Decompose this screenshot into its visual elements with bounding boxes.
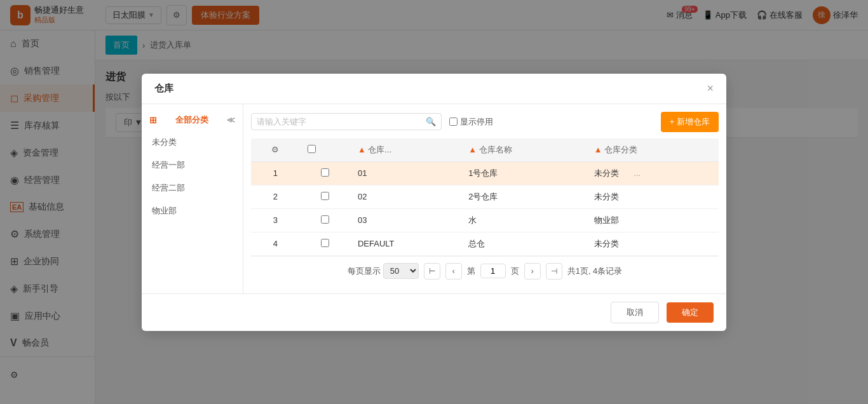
table-row[interactable]: 2 02 2号仓库 未分类 [251, 185, 719, 208]
table-container: ⚙ ▲ 仓库... ▲ [251, 138, 719, 256]
td-code: 02 [350, 185, 461, 208]
last-page-button[interactable]: ⊣ [546, 263, 562, 279]
td-index: 2 [251, 185, 300, 208]
search-input[interactable] [257, 117, 426, 126]
sort-icon-name: ▲ [468, 145, 477, 154]
modal-footer: 取消 确定 [142, 293, 726, 331]
category-grid-icon: ⊞ [149, 115, 157, 125]
td-name: 1号仓库 [461, 161, 587, 185]
category-item-2[interactable]: 经营二部 [142, 177, 243, 199]
next-page-button[interactable]: › [524, 263, 541, 279]
show-disabled-label: 显示停用 [449, 116, 493, 128]
cancel-button[interactable]: 取消 [611, 302, 659, 323]
select-all-checkbox[interactable] [308, 145, 316, 153]
td-checkbox [300, 161, 350, 185]
sort-icon: ▲ [358, 145, 366, 154]
warehouse-modal: 仓库 × ⊞ 全部分类 ≪ 未分类 经营一部 经营二部 [142, 74, 726, 331]
row-checkbox[interactable] [321, 192, 329, 200]
category-panel: ⊞ 全部分类 ≪ 未分类 经营一部 经营二部 物业部 [142, 104, 243, 293]
row-checkbox[interactable] [321, 168, 329, 177]
sort-icon-cat: ▲ [594, 145, 602, 154]
confirm-button[interactable]: 确定 [667, 302, 714, 323]
th-category[interactable]: ▲ 仓库分类 [587, 138, 719, 162]
td-code: 03 [350, 208, 461, 232]
th-name[interactable]: ▲ 仓库名称 [461, 138, 587, 162]
settings-icon: ⚙ [271, 145, 279, 154]
category-collapse-icon[interactable]: ≪ [227, 116, 235, 125]
table-row[interactable]: 1 01 1号仓库 未分类 ... [251, 161, 719, 185]
first-page-button[interactable]: ⊢ [424, 263, 440, 279]
modal-overlay: 仓库 × ⊞ 全部分类 ≪ 未分类 经营一部 经营二部 [0, 0, 868, 404]
table-panel: 🔍 显示停用 + 新增仓库 ⚙ [243, 104, 726, 293]
add-warehouse-button[interactable]: + 新增仓库 [661, 112, 719, 132]
category-item-0[interactable]: 未分类 [142, 131, 243, 154]
page-size-select: 每页显示 50 10 20 100 [348, 263, 419, 279]
pagination: 每页显示 50 10 20 100 ⊢ ‹ 第 页 › ⊣ [251, 256, 719, 286]
category-item-1[interactable]: 经营一部 [142, 154, 243, 177]
table-body: 1 01 1号仓库 未分类 ... 2 02 2号仓库 未分类 3 03 水 物… [251, 161, 719, 255]
th-checkbox [300, 138, 350, 162]
page-label: 第 [467, 266, 475, 277]
modal-close-button[interactable]: × [707, 83, 714, 94]
td-index: 3 [251, 208, 300, 232]
table-toolbar: 🔍 显示停用 + 新增仓库 [251, 112, 719, 132]
modal-title: 仓库 [154, 83, 173, 95]
td-index: 1 [251, 161, 300, 185]
td-checkbox [300, 232, 350, 255]
category-all-label: 全部分类 [175, 114, 208, 126]
category-item-3[interactable]: 物业部 [142, 199, 243, 222]
category-all-header[interactable]: ⊞ 全部分类 ≪ [142, 109, 243, 131]
td-index: 4 [251, 232, 300, 255]
td-category: 未分类 [587, 185, 719, 208]
th-settings[interactable]: ⚙ [251, 138, 300, 162]
search-icon[interactable]: 🔍 [426, 117, 436, 126]
total-info: 共1页, 4条记录 [567, 266, 623, 277]
td-checkbox [300, 185, 350, 208]
td-code: DEFAULT [350, 232, 461, 255]
row-checkbox[interactable] [321, 239, 329, 247]
th-code[interactable]: ▲ 仓库... [350, 138, 461, 162]
td-name: 2号仓库 [461, 185, 587, 208]
td-name: 总仓 [461, 232, 587, 255]
row-checkbox[interactable] [321, 215, 329, 224]
page-unit: 页 [511, 266, 519, 277]
prev-page-button[interactable]: ‹ [445, 263, 462, 279]
search-box: 🔍 [251, 113, 442, 130]
modal-header: 仓库 × [142, 74, 726, 104]
warehouse-table: ⚙ ▲ 仓库... ▲ [251, 138, 719, 256]
td-code: 01 [350, 161, 461, 185]
table-row[interactable]: 4 DEFAULT 总仓 未分类 [251, 232, 719, 255]
table-row[interactable]: 3 03 水 物业部 [251, 208, 719, 232]
modal-body: ⊞ 全部分类 ≪ 未分类 经营一部 经营二部 物业部 [142, 104, 726, 293]
td-category: 物业部 [587, 208, 719, 232]
show-disabled-checkbox[interactable] [449, 118, 458, 126]
td-name: 水 [461, 208, 587, 232]
page-size-dropdown[interactable]: 50 10 20 100 [383, 263, 419, 279]
table-header-row: ⚙ ▲ 仓库... ▲ [251, 138, 719, 162]
page-number-input[interactable] [480, 264, 506, 278]
td-checkbox [300, 208, 350, 232]
row-actions[interactable]: ... [632, 168, 641, 178]
td-category: 未分类 [587, 232, 719, 255]
td-category: 未分类 ... [587, 161, 719, 185]
